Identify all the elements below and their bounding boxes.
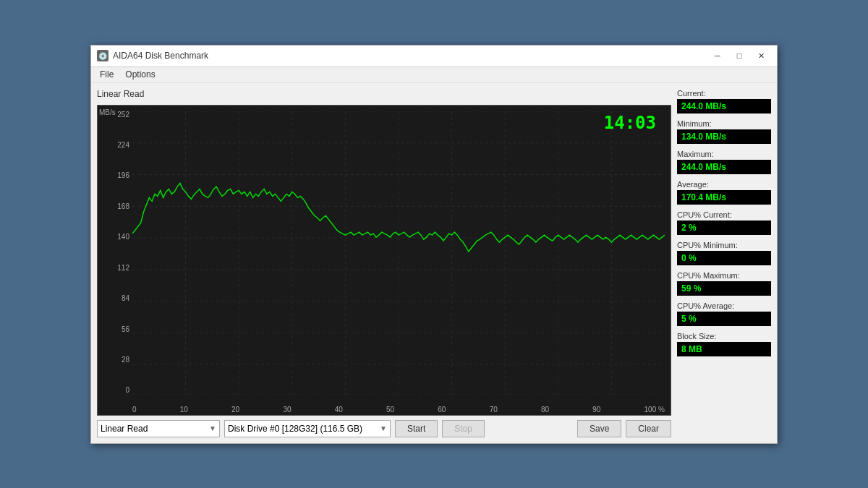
cpu-average-value: 5 %: [677, 312, 771, 326]
stat-block-size: Block Size: 8 MB: [677, 332, 771, 356]
x-label-0: 0: [132, 406, 137, 414]
cpu-maximum-label: CPU% Maximum:: [677, 271, 771, 280]
cpu-minimum-value: 0 %: [677, 251, 771, 265]
cpu-current-label: CPU% Current:: [677, 210, 771, 219]
y-label-140: 140: [117, 234, 129, 241]
current-label: Current:: [677, 89, 771, 98]
y-axis: 252 224 196 168 140 112 84 56 28 0: [98, 111, 132, 395]
maximum-label: Maximum:: [677, 150, 771, 158]
stat-minimum: Minimum: 134.0 MB/s: [677, 119, 771, 144]
stat-cpu-minimum: CPU% Minimum: 0 %: [677, 241, 771, 265]
left-panel: Linear Read 252 224 196 168 140 112 84 5…: [97, 89, 671, 437]
y-label-56: 56: [122, 326, 129, 333]
chart-title: Linear Read: [97, 89, 671, 99]
average-value: 170.4 MB/s: [677, 190, 771, 205]
controls-row: Linear Read ▼ Disk Drive #0 [128G32] (11…: [97, 420, 671, 437]
cpu-minimum-label: CPU% Minimum:: [677, 241, 771, 249]
cpu-maximum-value: 59 %: [677, 281, 771, 296]
minimize-button[interactable]: ─: [707, 48, 728, 63]
window-title: AIDA64 Disk Benchmark: [113, 51, 707, 61]
timer-display: 14:03: [604, 113, 656, 133]
chart-container: 252 224 196 168 140 112 84 56 28 0 MB/s: [97, 105, 671, 416]
x-label-30: 30: [283, 406, 291, 414]
chart-svg: [132, 111, 665, 395]
test-type-label: Linear Read: [101, 424, 148, 434]
x-label-80: 80: [541, 406, 549, 414]
y-label-224: 224: [117, 142, 129, 149]
stop-button[interactable]: Stop: [442, 420, 485, 437]
content-area: Linear Read 252 224 196 168 140 112 84 5…: [91, 83, 777, 443]
y-label-28: 28: [122, 356, 129, 364]
stat-maximum: Maximum: 244.0 MB/s: [677, 150, 771, 174]
stat-current: Current: 244.0 MB/s: [677, 89, 771, 114]
titlebar-buttons: ─ □ ✕: [707, 48, 771, 63]
menubar: File Options: [91, 67, 777, 83]
average-label: Average:: [677, 180, 771, 189]
save-button[interactable]: Save: [577, 420, 621, 437]
x-label-60: 60: [438, 406, 446, 414]
cpu-current-value: 2 %: [677, 221, 771, 235]
cpu-average-label: CPU% Average:: [677, 301, 771, 310]
close-button[interactable]: ✕: [751, 48, 771, 63]
y-label-112: 112: [117, 265, 129, 272]
y-label-84: 84: [122, 295, 129, 302]
titlebar: 💿 AIDA64 Disk Benchmark ─ □ ✕: [91, 46, 777, 67]
block-size-value: 8 MB: [677, 342, 771, 356]
stat-average: Average: 170.4 MB/s: [677, 180, 771, 205]
menu-options[interactable]: Options: [119, 68, 161, 81]
block-size-label: Block Size:: [677, 332, 771, 341]
x-label-100: 100 %: [644, 406, 665, 414]
menu-file[interactable]: File: [94, 68, 119, 81]
y-label-168: 168: [117, 203, 129, 210]
maximum-value: 244.0 MB/s: [677, 160, 771, 174]
x-label-40: 40: [335, 406, 343, 414]
chart-inner: [132, 111, 665, 395]
x-label-90: 90: [592, 406, 600, 414]
stat-cpu-average: CPU% Average: 5 %: [677, 301, 771, 326]
test-type-arrow: ▼: [209, 424, 216, 432]
test-type-dropdown[interactable]: Linear Read ▼: [97, 420, 220, 437]
stat-cpu-maximum: CPU% Maximum: 59 %: [677, 271, 771, 296]
minimum-label: Minimum:: [677, 119, 771, 128]
maximize-button[interactable]: □: [729, 48, 749, 63]
current-value: 244.0 MB/s: [677, 99, 771, 114]
minimum-value: 134.0 MB/s: [677, 129, 771, 144]
x-label-50: 50: [386, 406, 394, 414]
right-panel: Current: 244.0 MB/s Minimum: 134.0 MB/s …: [677, 89, 771, 437]
app-icon: 💿: [97, 50, 109, 61]
x-axis: 0 10 20 30 40 50 60 70 80 90 100 %: [132, 406, 665, 414]
clear-button[interactable]: Clear: [626, 420, 671, 437]
disk-dropdown[interactable]: Disk Drive #0 [128G32] (116.5 GB) ▼: [224, 420, 391, 437]
y-axis-unit: MB/s: [99, 108, 116, 116]
x-label-20: 20: [231, 406, 239, 414]
y-label-196: 196: [117, 172, 129, 179]
y-label-0: 0: [125, 387, 129, 394]
x-label-10: 10: [180, 406, 188, 414]
x-label-70: 70: [490, 406, 498, 414]
main-window: 💿 AIDA64 Disk Benchmark ─ □ ✕ File Optio…: [90, 45, 778, 444]
disk-label: Disk Drive #0 [128G32] (116.5 GB): [228, 424, 362, 434]
y-label-252: 252: [117, 111, 129, 119]
stat-cpu-current: CPU% Current: 2 %: [677, 210, 771, 235]
start-button[interactable]: Start: [395, 420, 438, 437]
disk-arrow: ▼: [380, 424, 387, 432]
